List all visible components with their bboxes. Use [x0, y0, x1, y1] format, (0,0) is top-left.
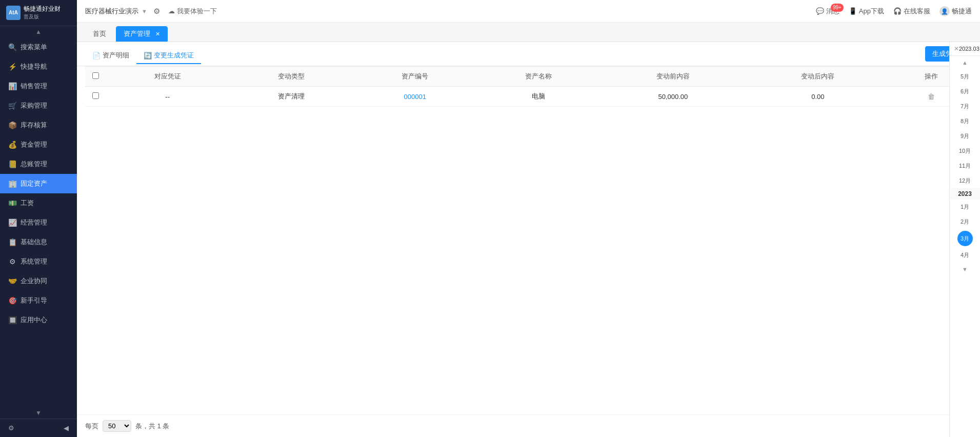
- change-voucher-table: 对应凭证 变动类型 资产编号 资产名称 变动前内容 变动后内容 操作: [85, 66, 972, 107]
- col-header-asset-code: 资产编号: [353, 67, 477, 87]
- date-item-2023-4[interactable]: 4月: [957, 249, 972, 261]
- change-voucher-icon: 🔄: [144, 52, 152, 59]
- nav-label-purchase: 采购管理: [21, 101, 47, 110]
- row-checkbox-cell: [85, 87, 106, 107]
- col-header-before-change: 变动前内容: [601, 67, 746, 87]
- date-item-2023-2[interactable]: 2月: [957, 216, 972, 228]
- date-item-12[interactable]: 12月: [956, 175, 974, 187]
- col-header-voucher: 对应凭证: [106, 67, 229, 87]
- nav-label-quick-nav: 快捷导航: [21, 62, 47, 71]
- date-item-11[interactable]: 11月: [956, 160, 974, 172]
- table-header-row: 对应凭证 变动类型 资产编号 资产名称 变动前内容 变动后内容 操作: [85, 67, 972, 87]
- row-delete-icon[interactable]: 🗑: [928, 92, 935, 101]
- nav-list: 🔍 搜索菜单 ⚡ 快捷导航 📊 销售管理 🛒 采购管理 📦 库存核算 💰 资金管…: [0, 37, 77, 407]
- ledger-icon: 📒: [8, 160, 16, 168]
- date-scroll-up[interactable]: ▲: [959, 57, 971, 68]
- experience-button[interactable]: ☁ 我要体验一下: [168, 7, 217, 16]
- date-down-arrow-wrapper: ▼: [950, 263, 980, 276]
- sidebar-item-fixed-assets[interactable]: 🏢 固定资产: [0, 174, 77, 193]
- select-all-checkbox[interactable]: [92, 72, 99, 79]
- sidebar-item-quick-nav[interactable]: ⚡ 快捷导航: [0, 57, 77, 76]
- date-panel-title: 2023.03: [959, 46, 979, 52]
- sidebar-item-app-center[interactable]: 🔲 应用中心: [0, 310, 77, 330]
- main-content: 医疗器械行业演示 ▼ ⚙ ☁ 我要体验一下 💬 消息 99+ 📱 App下载 🎧…: [77, 0, 980, 437]
- table-row: -- 资产清理 000001 电脑 50,000.00 0.00 🗑: [85, 87, 972, 107]
- row-checkbox[interactable]: [92, 92, 99, 99]
- sidebar-item-enterprise[interactable]: 🤝 企业协同: [0, 271, 77, 291]
- funds-icon: 💰: [8, 141, 16, 149]
- company-selector[interactable]: 医疗器械行业演示 ▼: [85, 7, 147, 16]
- sub-tab-change-voucher[interactable]: 🔄 变更生成凭证: [136, 48, 201, 64]
- date-item-5[interactable]: 5月: [957, 71, 972, 83]
- sub-tab-asset-detail[interactable]: 📄 资产明细: [85, 48, 136, 64]
- inventory-icon: 📦: [8, 121, 16, 129]
- sidebar-item-funds[interactable]: 💰 资金管理: [0, 135, 77, 154]
- content-area: 📄 资产明细 🔄 变更生成凭证 生成凭证 ▾: [77, 42, 980, 437]
- sidebar-item-sales[interactable]: 📊 销售管理: [0, 76, 77, 96]
- asset-detail-icon: 📄: [92, 52, 101, 59]
- sidebar-item-purchase[interactable]: 🛒 采购管理: [0, 96, 77, 115]
- date-item-8[interactable]: 8月: [957, 115, 972, 127]
- date-item-2023-3[interactable]: 3月: [957, 231, 973, 246]
- online-service-button[interactable]: 🎧 在线客服: [893, 7, 930, 16]
- date-panel-header: ✕ 2023.03 ⤢: [950, 42, 980, 56]
- sidebar: AtA 畅捷通好业财 普及版 ▲ 🔍 搜索菜单 ⚡ 快捷导航 📊 销售管理 🛒 …: [0, 0, 77, 437]
- sidebar-item-basic-info[interactable]: 📋 基础信息: [0, 232, 77, 252]
- total-text: 条，共 1 条: [135, 422, 169, 431]
- date-panel-close-icon[interactable]: ✕: [954, 45, 959, 52]
- date-item-2023-1[interactable]: 1月: [957, 201, 972, 213]
- logo-text-block: 畅捷通好业财 普及版: [24, 5, 61, 21]
- app-edition: 普及版: [24, 13, 61, 21]
- date-item-7[interactable]: 7月: [957, 101, 972, 112]
- date-panel: ✕ 2023.03 ⤢ ▲ 5月 6月 7月 8月 9月 10月 11月 12月…: [949, 42, 980, 437]
- col-header-after-change: 变动后内容: [746, 67, 891, 87]
- header-right: 💬 消息 99+ 📱 App下载 🎧 在线客服 👤 畅捷通: [816, 6, 972, 16]
- download-icon: 📱: [849, 7, 857, 15]
- nav-label-basic-info: 基础信息: [21, 237, 47, 247]
- user-menu-button[interactable]: 👤 畅捷通: [939, 6, 972, 16]
- cloud-icon: ☁: [168, 7, 175, 15]
- message-icon: 💬: [816, 7, 824, 15]
- app-download-button[interactable]: 📱 App下载: [849, 7, 884, 16]
- settings-icon[interactable]: ⚙: [8, 424, 14, 432]
- sidebar-item-system[interactable]: ⚙ 系统管理: [0, 252, 77, 271]
- nav-label-app-center: 应用中心: [21, 315, 47, 325]
- sidebar-item-payroll[interactable]: 💵 工资: [0, 193, 77, 213]
- sidebar-scroll-down[interactable]: ▼: [0, 407, 77, 419]
- sidebar-item-guide[interactable]: 🎯 新手引导: [0, 291, 77, 310]
- table-wrapper: 对应凭证 变动类型 资产编号 资产名称 变动前内容 变动后内容 操作: [77, 66, 980, 414]
- date-scroll-down[interactable]: ▼: [959, 264, 971, 274]
- settings-gear-icon[interactable]: ⚙: [153, 7, 160, 16]
- nav-label-system: 系统管理: [21, 257, 47, 266]
- user-label: 畅捷通: [952, 7, 972, 16]
- sidebar-item-inventory[interactable]: 📦 库存核算: [0, 115, 77, 135]
- sidebar-item-search[interactable]: 🔍 搜索菜单: [0, 37, 77, 57]
- sales-icon: 📊: [8, 82, 16, 90]
- sidebar-item-ledger[interactable]: 📒 总账管理: [0, 154, 77, 174]
- row-asset-name: 电脑: [477, 87, 601, 107]
- sub-tab-asset-detail-label: 资产明细: [103, 51, 129, 60]
- app-logo: AtA 畅捷通好业财 普及版: [0, 0, 77, 26]
- system-icon: ⚙: [8, 257, 16, 266]
- date-item-9[interactable]: 9月: [957, 130, 972, 142]
- pagination: 每页 50 20 100 条，共 1 条: [77, 414, 980, 437]
- tab-home[interactable]: 首页: [85, 26, 114, 42]
- experience-text: 我要体验一下: [177, 7, 217, 16]
- tab-asset-mgmt[interactable]: 资产管理 ✕: [116, 26, 168, 42]
- sidebar-scroll-up[interactable]: ▲: [0, 26, 77, 37]
- collapse-icon[interactable]: ◀: [64, 424, 69, 432]
- sidebar-item-ops[interactable]: 📈 经营管理: [0, 213, 77, 232]
- date-item-6[interactable]: 6月: [957, 86, 972, 97]
- nav-label-inventory: 库存核算: [21, 121, 47, 130]
- service-label: 在线客服: [904, 7, 930, 16]
- per-page-select[interactable]: 50 20 100: [103, 420, 131, 432]
- nav-label-ops: 经营管理: [21, 218, 47, 227]
- tab-close-icon[interactable]: ✕: [155, 31, 160, 37]
- messages-button[interactable]: 💬 消息 99+: [816, 7, 839, 16]
- top-header: 医疗器械行业演示 ▼ ⚙ ☁ 我要体验一下 💬 消息 99+ 📱 App下载 🎧…: [77, 0, 980, 23]
- date-item-10[interactable]: 10月: [956, 145, 974, 157]
- fixed-assets-icon: 🏢: [8, 180, 16, 188]
- company-name: 医疗器械行业演示: [85, 7, 138, 16]
- quick-nav-icon: ⚡: [8, 63, 16, 71]
- nav-label-sales: 销售管理: [21, 82, 47, 91]
